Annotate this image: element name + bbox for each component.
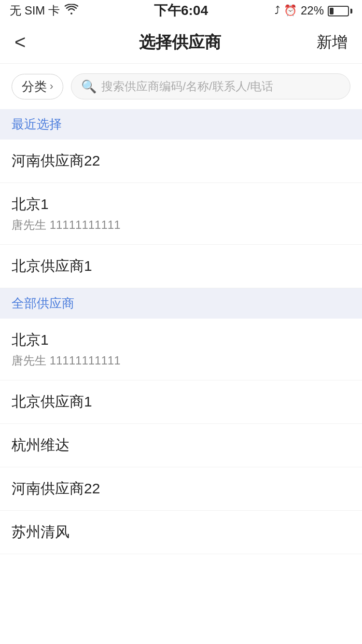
page-title: 选择供应商 (139, 31, 221, 54)
item-name: 北京1 (12, 195, 350, 214)
supplier-list: 最近选择河南供应商22北京1唐先生 11111111111北京供应商1全部供应商… (0, 109, 362, 554)
item-name: 河南供应商22 (12, 479, 350, 499)
alarm-icon: ⏰ (284, 4, 297, 17)
search-box[interactable]: 🔍 搜索供应商编码/名称/联系人/电话 (71, 73, 350, 99)
status-right: ⤴ ⏰ 22% (275, 4, 352, 17)
battery-icon (328, 4, 352, 17)
add-button[interactable]: 新增 (317, 32, 348, 53)
list-item[interactable]: 北京1唐先生 11111111111 (0, 319, 362, 380)
no-sim-text: 无 SIM 卡 (10, 3, 60, 18)
nav-bar: < 选择供应商 新增 (0, 21, 362, 64)
category-label: 分类 (22, 78, 47, 95)
item-name: 北京1 (12, 330, 350, 350)
status-left: 无 SIM 卡 (10, 3, 78, 18)
item-subtitle: 唐先生 11111111111 (12, 217, 350, 233)
status-time: 下午6:04 (154, 1, 208, 20)
item-name: 苏州清风 (12, 522, 350, 542)
chevron-right-icon: › (50, 80, 53, 93)
search-placeholder: 搜索供应商编码/名称/联系人/电话 (101, 79, 273, 94)
list-item[interactable]: 河南供应商22 (0, 140, 362, 183)
battery-percent: 22% (301, 4, 324, 17)
list-item[interactable]: 杭州维达 (0, 424, 362, 467)
search-icon: 🔍 (81, 79, 97, 94)
section-header-all: 全部供应商 (0, 288, 362, 319)
item-subtitle: 唐先生 11111111111 (12, 353, 350, 368)
list-item[interactable]: 苏州清风 (0, 511, 362, 554)
back-button[interactable]: < (14, 31, 43, 53)
list-item[interactable]: 北京供应商1 (0, 380, 362, 424)
location-icon: ⤴ (275, 4, 280, 17)
list-item[interactable]: 北京1唐先生 11111111111 (0, 183, 362, 245)
section-header-recent: 最近选择 (0, 109, 362, 140)
list-item[interactable]: 河南供应商22 (0, 467, 362, 511)
item-name: 北京供应商1 (12, 256, 350, 276)
item-name: 杭州维达 (12, 435, 350, 455)
category-filter[interactable]: 分类 › (12, 74, 63, 99)
wifi-icon (65, 4, 78, 17)
status-bar: 无 SIM 卡 下午6:04 ⤴ ⏰ 22% (0, 0, 362, 21)
item-name: 北京供应商1 (12, 392, 350, 412)
item-name: 河南供应商22 (12, 151, 350, 171)
filter-bar: 分类 › 🔍 搜索供应商编码/名称/联系人/电话 (0, 64, 362, 109)
list-item[interactable]: 北京供应商1 (0, 245, 362, 288)
